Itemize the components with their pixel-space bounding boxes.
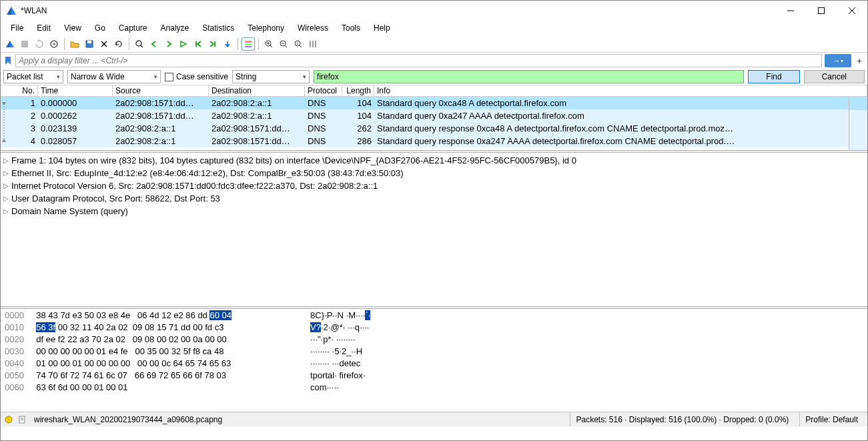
case-sensitive-checkbox[interactable]: Case sensitive bbox=[165, 72, 228, 81]
bookmark-icon[interactable] bbox=[3, 56, 13, 65]
find-type-combo[interactable]: String▾ bbox=[232, 70, 310, 83]
menu-tools[interactable]: Tools bbox=[336, 22, 366, 34]
title-bar: *WLAN bbox=[1, 1, 867, 21]
close-button[interactable] bbox=[837, 1, 867, 21]
menu-telephony[interactable]: Telephony bbox=[242, 22, 290, 34]
close-file-icon[interactable] bbox=[97, 37, 111, 51]
zoom-out-icon[interactable] bbox=[277, 37, 290, 51]
scroll-overview[interactable] bbox=[849, 97, 867, 150]
detail-line[interactable]: ▷Internet Protocol Version 6, Src: 2a02:… bbox=[1, 179, 867, 192]
restart-capture-icon[interactable] bbox=[33, 37, 46, 51]
go-first-icon[interactable] bbox=[191, 37, 205, 51]
packet-row[interactable]: 20.0002622a02:908:1571:dd…2a02:908:2:a::… bbox=[1, 109, 867, 122]
menu-help[interactable]: Help bbox=[368, 22, 396, 34]
column-destination: Destination bbox=[209, 85, 305, 96]
go-to-packet-icon[interactable] bbox=[177, 37, 190, 51]
find-width-combo[interactable]: Narrow & Wide▾ bbox=[67, 70, 161, 83]
svg-rect-1 bbox=[819, 8, 825, 14]
shark-fin-icon[interactable] bbox=[3, 37, 17, 51]
menu-analyze[interactable]: Analyze bbox=[155, 22, 195, 34]
packet-list[interactable]: 10.0000002a02:908:1571:dd…2a02:908:2:a::… bbox=[1, 97, 867, 150]
minimize-button[interactable] bbox=[775, 1, 806, 21]
hex-line[interactable]: 0020 df ee f2 22 a3 70 2a 02 09 08 00 02… bbox=[5, 334, 867, 346]
zoom-reset-icon[interactable]: 1 bbox=[292, 37, 305, 51]
menu-edit[interactable]: Edit bbox=[31, 22, 57, 34]
display-filter-input[interactable] bbox=[15, 54, 822, 67]
resize-columns-icon[interactable] bbox=[306, 37, 320, 51]
menu-statistics[interactable]: Statistics bbox=[196, 22, 240, 34]
menu-bar: FileEditViewGoCaptureAnalyzeStatisticsTe… bbox=[1, 21, 867, 35]
svg-rect-8 bbox=[87, 41, 91, 43]
save-file-icon[interactable] bbox=[83, 37, 96, 51]
menu-go[interactable]: Go bbox=[89, 22, 111, 34]
menu-capture[interactable]: Capture bbox=[113, 22, 153, 34]
svg-point-32 bbox=[5, 416, 12, 423]
find-bar: Packet list▾ Narrow & Wide▾ Case sensiti… bbox=[1, 69, 867, 85]
svg-line-12 bbox=[141, 45, 143, 47]
detail-line[interactable]: ▷User Datagram Protocol, Src Port: 58622… bbox=[1, 192, 867, 205]
hex-line[interactable]: 0040 01 00 00 01 00 00 00 00 00 00 0c 64… bbox=[5, 358, 867, 370]
column-protocol: Protocol bbox=[305, 85, 342, 96]
go-forward-icon[interactable] bbox=[162, 37, 175, 51]
find-scope-combo[interactable]: Packet list▾ bbox=[3, 70, 63, 83]
find-input[interactable] bbox=[314, 70, 744, 83]
window-title: *WLAN bbox=[21, 6, 775, 15]
svg-rect-4 bbox=[21, 41, 28, 47]
column-source: Source bbox=[113, 85, 209, 96]
zoom-in-icon[interactable] bbox=[262, 37, 276, 51]
display-filter-bar: →▾ + bbox=[1, 53, 867, 69]
auto-scroll-icon[interactable] bbox=[221, 37, 234, 51]
status-file: wireshark_WLAN_20200219073444_a09608.pca… bbox=[31, 415, 564, 424]
svg-point-6 bbox=[53, 43, 55, 45]
column-time: Time bbox=[38, 85, 113, 96]
svg-rect-17 bbox=[245, 46, 252, 47]
svg-line-24 bbox=[285, 45, 287, 47]
status-bar: wireshark_WLAN_20200219073444_a09608.pca… bbox=[1, 412, 867, 426]
packet-details[interactable]: ▷Frame 1: 104 bytes on wire (832 bits), … bbox=[1, 153, 867, 306]
svg-rect-15 bbox=[245, 41, 252, 43]
expert-info-icon[interactable] bbox=[5, 416, 13, 424]
status-packets: Packets: 516 · Displayed: 516 (100.0%) ·… bbox=[570, 412, 794, 426]
hex-line[interactable]: 0060 63 6f 6d 00 00 01 00 01 com····· bbox=[5, 382, 867, 394]
packet-row[interactable]: 30.0231392a02:908:2:a::12a02:908:1571:dd… bbox=[1, 122, 867, 135]
svg-line-21 bbox=[270, 45, 272, 47]
column-length: Length bbox=[342, 85, 374, 96]
stop-capture-icon[interactable] bbox=[18, 37, 31, 51]
packet-row[interactable]: 40.0280572a02:908:2:a::12a02:908:1571:dd… bbox=[1, 135, 867, 147]
svg-line-27 bbox=[300, 45, 302, 47]
detail-line[interactable]: ▷Frame 1: 104 bytes on wire (832 bits), … bbox=[1, 154, 867, 167]
hex-line[interactable]: 0010 56 3f 00 32 11 40 2a 02 09 08 15 71… bbox=[5, 322, 867, 334]
detail-line[interactable]: ▷Ethernet II, Src: EdupInte_4d:12:e2 (e8… bbox=[1, 167, 867, 179]
hex-line[interactable]: 0030 00 00 00 00 00 01 e4 fe 00 35 00 32… bbox=[5, 346, 867, 358]
svg-rect-16 bbox=[245, 43, 252, 45]
svg-point-11 bbox=[136, 41, 141, 46]
capture-file-properties-icon[interactable] bbox=[18, 416, 26, 424]
apply-filter-button[interactable]: →▾ bbox=[825, 54, 851, 67]
menu-wireless[interactable]: Wireless bbox=[292, 22, 334, 34]
hex-line[interactable]: 0050 74 70 6f 72 74 61 6c 07 66 69 72 65… bbox=[5, 370, 867, 382]
status-profile[interactable]: Profile: Default bbox=[799, 412, 863, 426]
packet-list-header[interactable]: No. Time Source Destination Protocol Len… bbox=[1, 85, 867, 97]
go-back-icon[interactable] bbox=[147, 37, 161, 51]
capture-options-icon[interactable] bbox=[47, 37, 61, 51]
menu-view[interactable]: View bbox=[58, 22, 87, 34]
column-no: No. bbox=[1, 85, 38, 96]
find-packet-icon[interactable] bbox=[133, 37, 146, 51]
add-filter-button[interactable]: + bbox=[854, 55, 865, 66]
column-info: Info bbox=[374, 85, 867, 96]
go-last-icon[interactable] bbox=[206, 37, 220, 51]
packet-row[interactable]: 10.0000002a02:908:1571:dd…2a02:908:2:a::… bbox=[1, 97, 867, 109]
open-file-icon[interactable] bbox=[68, 37, 81, 51]
main-toolbar: 1 bbox=[1, 35, 867, 53]
colorize-icon[interactable] bbox=[242, 37, 255, 51]
detail-line[interactable]: ▷Domain Name System (query) bbox=[1, 205, 867, 217]
menu-file[interactable]: File bbox=[5, 22, 29, 34]
svg-text:1: 1 bbox=[296, 41, 299, 45]
packet-bytes[interactable]: 0000 38 43 7d e3 50 03 e8 4e 06 4d 12 e2… bbox=[1, 309, 867, 412]
maximize-button[interactable] bbox=[806, 1, 837, 21]
hex-line[interactable]: 0000 38 43 7d e3 50 03 e8 4e 06 4d 12 e2… bbox=[5, 310, 867, 322]
find-button[interactable]: Find bbox=[748, 70, 799, 83]
reload-icon[interactable] bbox=[112, 37, 125, 51]
cancel-button[interactable]: Cancel bbox=[804, 70, 865, 83]
app-icon bbox=[6, 5, 17, 16]
